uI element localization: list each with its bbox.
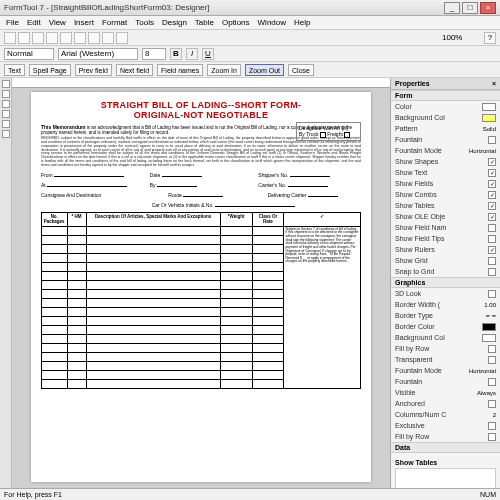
- prop-row[interactable]: Show Field Tips: [391, 233, 500, 244]
- prop-swatch[interactable]: [482, 114, 496, 122]
- prop-row[interactable]: Transparent: [391, 354, 500, 365]
- prop-row[interactable]: Show Shapes✓: [391, 156, 500, 167]
- tb-undo-icon[interactable]: [102, 32, 114, 44]
- fb-close[interactable]: Close: [288, 64, 314, 76]
- prop-row[interactable]: Fountain: [391, 134, 500, 145]
- props-close-icon[interactable]: ×: [492, 80, 496, 87]
- prop-checkbox[interactable]: ✓: [488, 202, 496, 210]
- palette-table-icon[interactable]: [2, 130, 10, 138]
- tb-paste-icon[interactable]: [88, 32, 100, 44]
- bytruck-checkbox[interactable]: [320, 132, 326, 138]
- tb-redo-icon[interactable]: [116, 32, 128, 44]
- tb-save-icon[interactable]: [32, 32, 44, 44]
- palette-rect-icon[interactable]: [2, 110, 10, 118]
- prop-row[interactable]: Show Fields✓: [391, 178, 500, 189]
- maximize-button[interactable]: □: [462, 2, 478, 14]
- prop-checkbox[interactable]: [488, 433, 496, 441]
- menu-file[interactable]: File: [6, 18, 19, 27]
- menu-window[interactable]: Window: [258, 18, 286, 27]
- prop-row[interactable]: Fill by Row: [391, 343, 500, 354]
- prop-row[interactable]: Show OLE Obje✓: [391, 211, 500, 222]
- prop-checkbox[interactable]: [488, 257, 496, 265]
- prop-row[interactable]: Snap to Grid: [391, 266, 500, 277]
- prop-checkbox[interactable]: ✓: [488, 158, 496, 166]
- close-button[interactable]: ×: [480, 2, 496, 14]
- deliv-field[interactable]: [308, 196, 338, 197]
- prop-swatch[interactable]: [482, 334, 496, 342]
- size-select[interactable]: 8: [142, 48, 166, 60]
- palette-line-icon[interactable]: [2, 120, 10, 128]
- prop-checkbox[interactable]: [488, 422, 496, 430]
- fb-zoomout[interactable]: Zoom Out: [245, 64, 284, 76]
- prop-row[interactable]: Background Col: [391, 112, 500, 123]
- prop-checkbox[interactable]: ✓: [488, 246, 496, 254]
- prop-row[interactable]: Show Text✓: [391, 167, 500, 178]
- prop-row[interactable]: VisibleAlways: [391, 387, 500, 398]
- fb-zoomin[interactable]: Zoom In: [207, 64, 241, 76]
- palette-field-icon[interactable]: [2, 100, 10, 108]
- prop-checkbox[interactable]: [488, 356, 496, 364]
- section-data[interactable]: Data: [391, 442, 500, 453]
- carrier-field[interactable]: [288, 186, 328, 187]
- prop-checkbox[interactable]: [488, 290, 496, 298]
- at-field[interactable]: [47, 186, 127, 187]
- prop-checkbox[interactable]: ✓: [488, 180, 496, 188]
- table-cell[interactable]: [42, 226, 68, 235]
- prop-row[interactable]: Fountain: [391, 376, 500, 387]
- prop-checkbox[interactable]: [488, 235, 496, 243]
- tb-print-icon[interactable]: [46, 32, 58, 44]
- from-field[interactable]: [54, 176, 124, 177]
- prop-row[interactable]: Border Width (1.00: [391, 299, 500, 310]
- prop-value[interactable]: 1.00: [484, 302, 496, 308]
- prop-checkbox[interactable]: ✓: [488, 191, 496, 199]
- prop-row[interactable]: Show Grid: [391, 255, 500, 266]
- menu-design[interactable]: Design: [162, 18, 187, 27]
- prop-row[interactable]: Show Tables✓: [391, 200, 500, 211]
- prop-swatch[interactable]: [482, 323, 496, 331]
- prop-checkbox[interactable]: [488, 136, 496, 144]
- style-select[interactable]: Normal: [4, 48, 54, 60]
- prop-value[interactable]: Horizontal: [469, 148, 496, 154]
- menu-insert[interactable]: Insert: [74, 18, 94, 27]
- by-field[interactable]: [157, 186, 197, 187]
- fb-spell[interactable]: Spell Page: [29, 64, 71, 76]
- bold-icon[interactable]: B: [170, 48, 182, 60]
- route-field[interactable]: [183, 196, 223, 197]
- font-select[interactable]: Arial (Western): [58, 48, 138, 60]
- prop-row[interactable]: Color: [391, 101, 500, 112]
- zoom-select[interactable]: 100%: [442, 33, 482, 42]
- palette-select-icon[interactable]: [2, 80, 10, 88]
- prop-value[interactable]: Always: [477, 390, 496, 396]
- prop-value[interactable]: 2: [493, 412, 496, 418]
- prop-row[interactable]: Show Combs✓: [391, 189, 500, 200]
- menu-options[interactable]: Options: [222, 18, 250, 27]
- tb-copy-icon[interactable]: [74, 32, 86, 44]
- prop-checkbox[interactable]: [488, 378, 496, 386]
- menu-tools[interactable]: Tools: [135, 18, 154, 27]
- prop-row[interactable]: Anchored: [391, 398, 500, 409]
- minimize-button[interactable]: _: [444, 2, 460, 14]
- design-canvas[interactable]: STRAIGHT BILL OF LADING--SHORT FORM- ORI…: [12, 78, 390, 488]
- prop-row[interactable]: PatternSolid: [391, 123, 500, 134]
- section-form[interactable]: Form: [391, 90, 500, 101]
- prop-checkbox[interactable]: ✓: [488, 213, 496, 221]
- freight-checkbox[interactable]: [344, 132, 350, 138]
- palette-text-icon[interactable]: [2, 90, 10, 98]
- tb-help-icon[interactable]: ?: [484, 32, 496, 44]
- prop-value[interactable]: ━ ━: [486, 312, 496, 319]
- menu-view[interactable]: View: [49, 18, 66, 27]
- prop-row[interactable]: Background Col: [391, 332, 500, 343]
- shipper-field[interactable]: [290, 176, 330, 177]
- section-graphics[interactable]: Graphics: [391, 277, 500, 288]
- tb-open-icon[interactable]: [18, 32, 30, 44]
- prop-row[interactable]: Fill by Row: [391, 431, 500, 442]
- italic-icon[interactable]: I: [186, 48, 198, 60]
- fb-prev[interactable]: Prev field: [75, 64, 112, 76]
- prop-row[interactable]: Border Type━ ━: [391, 310, 500, 321]
- prop-swatch[interactable]: [482, 103, 496, 111]
- prop-row[interactable]: Fountain ModeHorizontal: [391, 145, 500, 156]
- prop-value[interactable]: Horizontal: [469, 368, 496, 374]
- fb-names[interactable]: Field names: [157, 64, 203, 76]
- form-page[interactable]: STRAIGHT BILL OF LADING--SHORT FORM- ORI…: [31, 92, 371, 482]
- prop-checkbox[interactable]: [488, 345, 496, 353]
